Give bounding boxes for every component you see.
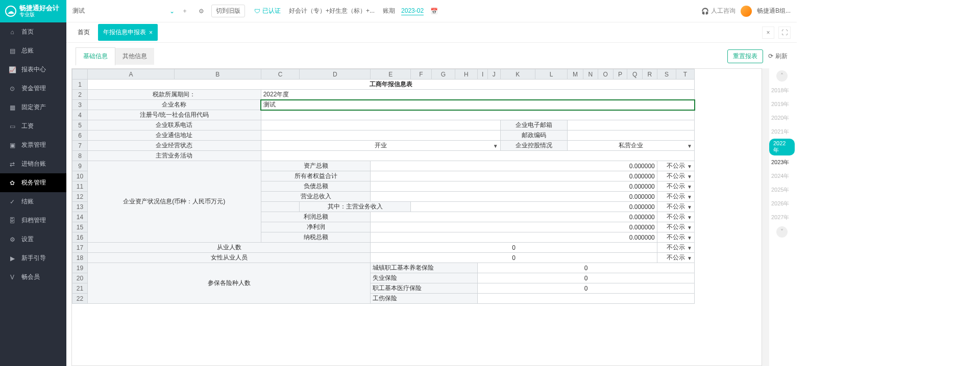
calendar-icon[interactable]: 📅 bbox=[428, 5, 440, 17]
value-cell[interactable]: 0.000000 bbox=[371, 181, 657, 192]
col-header[interactable]: L bbox=[535, 69, 568, 80]
year-2020年[interactable]: 2020年 bbox=[769, 111, 795, 125]
year-up-button[interactable]: ˄ bbox=[776, 70, 788, 82]
value-cell[interactable]: 0.000000 bbox=[410, 202, 657, 212]
dropdown-cell[interactable]: 不公示▼ bbox=[657, 181, 694, 192]
col-header[interactable]: T bbox=[676, 69, 695, 80]
col-header[interactable]: E bbox=[371, 69, 411, 80]
value-cell[interactable]: 0.000000 bbox=[371, 212, 657, 222]
dropdown-cell[interactable]: 不公示▼ bbox=[657, 253, 694, 263]
subtab-other[interactable]: 其他信息 bbox=[115, 48, 154, 65]
row-header[interactable]: 14 bbox=[72, 212, 88, 222]
sidebar-item-settings[interactable]: ⚙设置 bbox=[0, 230, 66, 249]
tab-close-all-button[interactable]: × bbox=[762, 27, 774, 39]
year-2018年[interactable]: 2018年 bbox=[769, 84, 795, 97]
sidebar-item-asset[interactable]: ▦固定资产 bbox=[0, 98, 66, 117]
sidebar-item-tax[interactable]: ✿税务管理 bbox=[0, 173, 66, 192]
row-header[interactable]: 11 bbox=[72, 181, 88, 192]
data-cell[interactable] bbox=[568, 120, 695, 130]
data-cell[interactable] bbox=[261, 130, 500, 141]
col-header[interactable] bbox=[72, 69, 88, 80]
col-header[interactable]: H bbox=[455, 69, 477, 80]
data-cell[interactable] bbox=[261, 110, 694, 120]
sidebar-item-archive[interactable]: 🗄归档管理 bbox=[0, 211, 66, 230]
col-header[interactable]: K bbox=[500, 69, 535, 80]
sidebar-item-salary[interactable]: ▭工资 bbox=[0, 117, 66, 136]
period-selector[interactable]: 2023-02 bbox=[401, 7, 424, 15]
dropdown-cell[interactable]: 不公示▼ bbox=[657, 171, 694, 181]
data-cell[interactable] bbox=[568, 130, 695, 141]
col-header[interactable]: A bbox=[88, 69, 175, 80]
dropdown-cell[interactable]: 不公示▼ bbox=[657, 222, 694, 232]
reset-report-button[interactable]: 重置报表 bbox=[727, 49, 763, 63]
avatar[interactable] bbox=[741, 6, 752, 17]
company-name-cell[interactable]: 测试 bbox=[261, 100, 694, 110]
row-header[interactable]: 9 bbox=[72, 161, 88, 171]
sidebar-item-invoice[interactable]: ▣发票管理 bbox=[0, 136, 66, 154]
row-header[interactable]: 12 bbox=[72, 192, 88, 202]
year-2023年[interactable]: 2023年 bbox=[769, 155, 795, 169]
dropdown-cell[interactable]: 不公示▼ bbox=[657, 192, 694, 202]
row-header[interactable]: 18 bbox=[72, 253, 88, 263]
value-cell[interactable]: 0.000000 bbox=[371, 171, 657, 181]
sidebar-item-report[interactable]: 📈报表中心 bbox=[0, 60, 66, 79]
dropdown-cell[interactable]: 不公示▼ bbox=[657, 212, 694, 222]
row-header[interactable]: 3 bbox=[72, 100, 88, 110]
row-header[interactable]: 5 bbox=[72, 120, 88, 130]
value-cell[interactable]: 0 bbox=[371, 243, 657, 253]
value-cell[interactable]: 0.000000 bbox=[371, 222, 657, 232]
row-header[interactable]: 6 bbox=[72, 130, 88, 141]
year-2022年[interactable]: 2022年 bbox=[769, 139, 795, 155]
sidebar-item-ledger[interactable]: ▤总账 bbox=[0, 41, 66, 60]
col-header[interactable]: S bbox=[657, 69, 676, 80]
year-2019年[interactable]: 2019年 bbox=[769, 97, 795, 111]
col-header[interactable]: P bbox=[613, 69, 627, 80]
col-header[interactable]: M bbox=[568, 69, 583, 80]
fullscreen-button[interactable]: ⛶ bbox=[778, 27, 791, 39]
row-header[interactable]: 15 bbox=[72, 222, 88, 232]
sidebar-item-close-period[interactable]: ✓结账 bbox=[0, 192, 66, 211]
value-cell[interactable]: 0.000000 bbox=[371, 161, 657, 171]
close-icon[interactable]: × bbox=[149, 29, 153, 36]
col-header[interactable]: G bbox=[431, 69, 455, 80]
sidebar-item-guide[interactable]: ▶新手引导 bbox=[0, 249, 66, 268]
value-cell[interactable]: 0 bbox=[478, 263, 695, 273]
dropdown-cell[interactable]: 不公示▼ bbox=[657, 232, 694, 243]
row-header[interactable]: 16 bbox=[72, 232, 88, 243]
col-header[interactable]: J bbox=[488, 69, 500, 80]
tab-annual-report[interactable]: 年报信息申报表 × bbox=[98, 24, 158, 41]
year-2027年[interactable]: 2027年 bbox=[769, 211, 795, 224]
row-header[interactable]: 19 bbox=[72, 263, 88, 273]
dropdown-cell[interactable]: 私营企业▼ bbox=[568, 141, 695, 151]
row-header[interactable]: 22 bbox=[72, 294, 88, 304]
year-2026年[interactable]: 2026年 bbox=[769, 197, 795, 211]
tab-home[interactable]: 首页 bbox=[72, 25, 95, 40]
row-header[interactable]: 13 bbox=[72, 202, 88, 212]
row-header[interactable]: 21 bbox=[72, 283, 88, 294]
dropdown-cell[interactable]: 不公示▼ bbox=[657, 243, 694, 253]
year-2025年[interactable]: 2025年 bbox=[769, 183, 795, 197]
switch-old-button[interactable]: 切到旧版 bbox=[211, 5, 245, 17]
row-header[interactable]: 7 bbox=[72, 141, 88, 151]
value-cell[interactable]: 0.000000 bbox=[371, 232, 657, 243]
row-header[interactable]: 10 bbox=[72, 171, 88, 181]
sidebar-item-vip[interactable]: V畅会员 bbox=[0, 268, 66, 286]
col-header[interactable]: C bbox=[261, 69, 300, 80]
col-header[interactable]: D bbox=[300, 69, 371, 80]
value-cell[interactable]: 0 bbox=[478, 273, 695, 283]
col-header[interactable]: I bbox=[478, 69, 488, 80]
row-header[interactable]: 2 bbox=[72, 90, 88, 100]
data-cell[interactable] bbox=[261, 120, 500, 130]
org-settings-button[interactable]: ⚙ bbox=[195, 5, 207, 17]
sidebar-item-stock[interactable]: ⇄进销台账 bbox=[0, 154, 66, 173]
col-header[interactable]: O bbox=[598, 69, 613, 80]
org-selector[interactable]: 测试 ⌄ bbox=[72, 7, 175, 15]
dropdown-cell[interactable]: 不公示▼ bbox=[657, 161, 694, 171]
col-header[interactable]: Q bbox=[627, 69, 643, 80]
add-org-button[interactable]: ＋ bbox=[179, 5, 191, 17]
value-cell[interactable]: 0 bbox=[371, 253, 657, 263]
row-header[interactable]: 20 bbox=[72, 273, 88, 283]
year-2021年[interactable]: 2021年 bbox=[769, 125, 795, 139]
row-header[interactable]: 8 bbox=[72, 151, 88, 161]
value-cell[interactable]: 0 bbox=[478, 283, 695, 294]
